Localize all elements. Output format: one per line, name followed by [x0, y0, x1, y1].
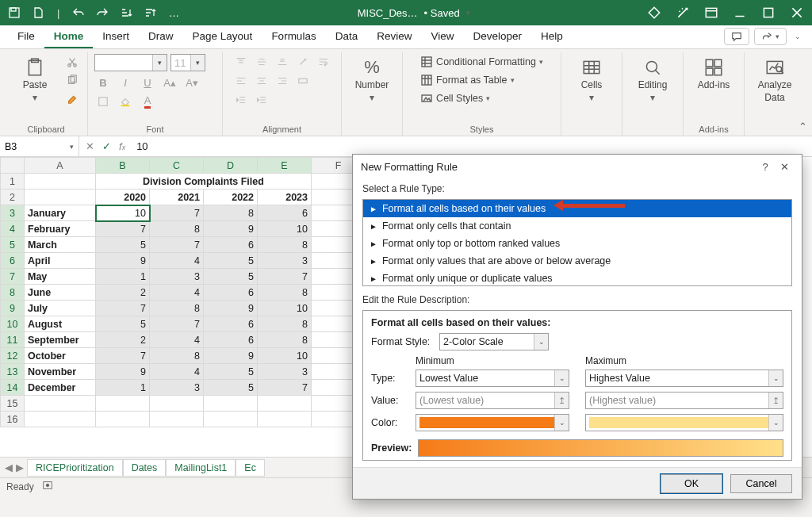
- data-cell[interactable]: 7: [258, 380, 312, 396]
- data-cell[interactable]: 7: [96, 301, 150, 316]
- name-box-input[interactable]: [5, 141, 60, 152]
- align-center-icon[interactable]: [253, 73, 270, 89]
- month-cell[interactable]: November: [25, 364, 96, 380]
- align-left-icon[interactable]: [232, 73, 250, 89]
- rule-type-item[interactable]: ►Format all cells based on their values: [363, 200, 791, 217]
- year-header[interactable]: 2023: [258, 190, 312, 205]
- tab-file[interactable]: File: [8, 25, 44, 48]
- bold-button[interactable]: B: [94, 75, 112, 90]
- maximize-icon[interactable]: [761, 6, 776, 20]
- data-cell[interactable]: 4: [150, 253, 204, 269]
- sheet-nav-next-icon[interactable]: ▶: [16, 461, 24, 473]
- collapse-caret-icon[interactable]: ⌄: [791, 33, 804, 40]
- data-cell[interactable]: 8: [204, 205, 258, 221]
- increase-font-icon[interactable]: A▴: [161, 75, 178, 90]
- data-cell[interactable]: 3: [150, 380, 204, 396]
- data-cell[interactable]: 5: [96, 316, 150, 332]
- sheet-tab[interactable]: Dates: [123, 459, 167, 477]
- data-cell[interactable]: 3: [150, 269, 204, 285]
- rule-type-item[interactable]: ►Format only cells that contain: [363, 217, 791, 235]
- data-cell[interactable]: 6: [204, 332, 258, 348]
- data-cell[interactable]: 7: [96, 221, 150, 237]
- max-type-select[interactable]: Highest Value⌄: [585, 370, 783, 387]
- sort-desc-icon[interactable]: [142, 5, 158, 21]
- rule-type-item[interactable]: ►Format only values that are above or be…: [363, 252, 791, 270]
- tab-data[interactable]: Data: [326, 25, 368, 48]
- format-style-select[interactable]: 2-Color Scale⌄: [439, 333, 549, 350]
- sort-asc-icon[interactable]: [118, 5, 134, 21]
- redo-icon[interactable]: [94, 5, 110, 21]
- data-cell[interactable]: 5: [204, 269, 258, 285]
- paste-button[interactable]: Paste▾: [11, 54, 59, 106]
- data-cell[interactable]: 6: [204, 237, 258, 253]
- indent-inc-icon[interactable]: [253, 92, 270, 108]
- diamond-icon[interactable]: [647, 6, 661, 20]
- format-as-table-button[interactable]: Format as Table▾: [419, 72, 515, 88]
- close-icon[interactable]: [790, 6, 804, 20]
- year-header[interactable]: 2020: [96, 190, 150, 205]
- data-cell[interactable]: 8: [150, 221, 204, 237]
- sheet-tab[interactable]: MailingList1: [166, 459, 236, 477]
- format-painter-icon[interactable]: [63, 90, 81, 106]
- tab-help[interactable]: Help: [531, 25, 573, 48]
- undo-icon[interactable]: [71, 5, 86, 21]
- align-right-icon[interactable]: [274, 73, 291, 89]
- data-cell[interactable]: 8: [150, 301, 204, 316]
- data-cell[interactable]: 8: [258, 332, 312, 348]
- copy-icon[interactable]: [63, 72, 81, 88]
- min-value-input[interactable]: (Lowest value)↥: [416, 392, 569, 409]
- data-cell[interactable]: 7: [96, 348, 150, 364]
- month-cell[interactable]: December: [25, 380, 96, 396]
- font-color-icon[interactable]: A: [139, 94, 156, 109]
- data-cell[interactable]: 5: [96, 237, 150, 253]
- data-cell[interactable]: 6: [204, 285, 258, 301]
- font-family-select[interactable]: ▾: [94, 54, 167, 71]
- data-cell[interactable]: 8: [258, 285, 312, 301]
- data-cell[interactable]: 10: [96, 205, 150, 221]
- italic-button[interactable]: I: [117, 75, 134, 90]
- tab-review[interactable]: Review: [367, 25, 421, 48]
- rule-type-item[interactable]: ►Format only top or bottom ranked values: [363, 235, 791, 252]
- formula-input[interactable]: 10: [132, 140, 812, 152]
- tab-page-layout[interactable]: Page Layout: [183, 25, 262, 48]
- data-cell[interactable]: 5: [204, 253, 258, 269]
- ribbon-mode-icon[interactable]: [704, 6, 718, 20]
- data-cell[interactable]: 8: [150, 348, 204, 364]
- year-header[interactable]: 2022: [204, 190, 258, 205]
- sheet-nav-prev-icon[interactable]: ◀: [5, 461, 13, 473]
- month-cell[interactable]: January: [25, 205, 96, 221]
- cancel-button[interactable]: Cancel: [730, 474, 792, 493]
- data-cell[interactable]: 3: [258, 253, 312, 269]
- share-button[interactable]: ▾: [754, 28, 787, 45]
- col-header[interactable]: D: [204, 158, 258, 174]
- col-header[interactable]: B: [96, 158, 150, 174]
- month-cell[interactable]: September: [25, 332, 96, 348]
- max-value-input[interactable]: (Highest value)↥: [585, 392, 783, 409]
- data-cell[interactable]: 5: [204, 364, 258, 380]
- col-header[interactable]: C: [150, 158, 204, 174]
- wrap-text-icon[interactable]: [315, 54, 332, 70]
- tab-insert[interactable]: Insert: [93, 25, 139, 48]
- data-cell[interactable]: 2: [96, 332, 150, 348]
- month-cell[interactable]: April: [25, 253, 96, 269]
- addins-button[interactable]: Add-ins: [690, 54, 737, 94]
- data-cell[interactable]: 10: [258, 348, 312, 364]
- align-bot-icon[interactable]: [274, 54, 291, 70]
- minimize-icon[interactable]: [733, 6, 747, 20]
- editing-button[interactable]: Editing▾: [629, 54, 676, 106]
- data-cell[interactable]: 7: [150, 316, 204, 332]
- merge-icon[interactable]: [294, 73, 312, 89]
- sheet-tab[interactable]: Ec: [236, 459, 265, 477]
- help-icon[interactable]: ?: [756, 161, 775, 173]
- macro-record-icon[interactable]: [42, 480, 53, 493]
- data-cell[interactable]: 9: [96, 364, 150, 380]
- data-cell[interactable]: 6: [258, 205, 312, 221]
- sheet-tab[interactable]: RICEPrioritization: [27, 459, 123, 477]
- tab-formulas[interactable]: Formulas: [262, 25, 325, 48]
- rule-type-list[interactable]: ►Format all cells based on their values►…: [362, 199, 792, 286]
- cells-button[interactable]: Cells▾: [568, 54, 615, 106]
- data-cell[interactable]: 7: [150, 237, 204, 253]
- month-cell[interactable]: May: [25, 269, 96, 285]
- title-cell[interactable]: Division Complaints Filed: [96, 174, 312, 190]
- fill-color-icon[interactable]: [117, 94, 134, 109]
